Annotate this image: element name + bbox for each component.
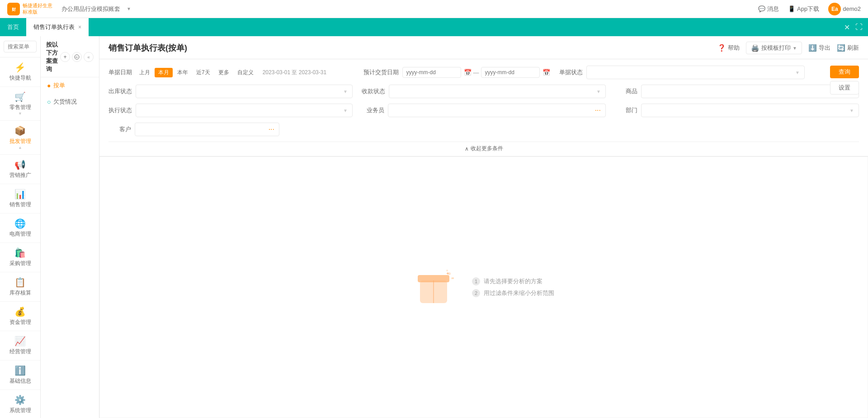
window-close-btn[interactable]: ✕ <box>844 23 850 32</box>
department-label: 部门 <box>615 106 637 114</box>
search-menu-input[interactable] <box>4 41 37 52</box>
sub-nav-item-shortage[interactable]: ○ 欠货情况 <box>41 94 99 110</box>
salesperson-dots[interactable]: ··· <box>595 106 601 114</box>
sidebar-label-purchase: 采购管理 <box>9 260 31 267</box>
sub-collapse-btn[interactable]: « <box>84 52 94 62</box>
sidebar-label-inventory: 库存核算 <box>9 289 31 297</box>
date-tab-this-month[interactable]: 本月 <box>155 68 173 77</box>
execution-label: 执行状态 <box>108 106 132 114</box>
forecast-end-date[interactable] <box>481 67 540 78</box>
quick-nav-icon: ⚡ <box>14 62 26 73</box>
ecommerce-icon: 🌐 <box>14 218 26 229</box>
customer-input[interactable]: ··· <box>135 123 279 136</box>
query-btn[interactable]: 查询 <box>830 66 859 78</box>
execution-control: ▼ <box>136 104 353 117</box>
sidebar-item-operations[interactable]: 📈 经营管理 <box>0 331 40 361</box>
wholesale-icon: 📦 <box>14 125 26 136</box>
settings-btn[interactable]: 设置 <box>830 81 859 95</box>
user-menu[interactable]: Ea demo2 <box>828 3 861 15</box>
delivery-select[interactable]: ▼ <box>136 85 353 98</box>
doc-status-control: ▼ <box>586 66 805 79</box>
message-btn[interactable]: 💬 消息 <box>758 5 779 13</box>
collection-select[interactable]: ▼ <box>389 85 606 98</box>
filter-row-1: 单据日期 上月 本月 本年 近7天 更多 自定义 2023-03-01 至 20… <box>108 66 859 79</box>
filter-row-4: 客户 ··· <box>108 123 859 136</box>
sidebar-label-basic-info: 基础信息 <box>9 377 31 385</box>
sidebar-item-basic-info[interactable]: ℹ️ 基础信息 <box>0 361 40 390</box>
inventory-icon: 📋 <box>14 277 26 288</box>
sidebar-item-inventory[interactable]: 📋 库存核算 <box>0 272 40 302</box>
collection-field: 收款状态 ▼ <box>362 85 606 98</box>
refresh-btn[interactable]: 🔄 刷新 <box>837 44 859 52</box>
main-sidebar: ⚡ 快捷导航 🛒 零售管理 ▼ 📦 批发管理 ▲ 📢 营销推广 📊 销售管理 🌐… <box>0 36 41 418</box>
page-title: 销售订单执行表(按单) <box>108 43 187 53</box>
operations-icon: 📈 <box>14 336 26 347</box>
search-menu-item[interactable] <box>0 36 40 57</box>
svg-text:✦: ✦ <box>446 271 449 276</box>
sub-add-btn[interactable]: + <box>60 52 70 62</box>
date-tab-custom[interactable]: 自定义 <box>234 68 257 77</box>
sidebar-label-sales: 销售管理 <box>9 201 31 209</box>
sidebar-label-system: 系统管理 <box>9 407 31 414</box>
tab-home[interactable]: 首页 <box>0 18 26 36</box>
tab-close-btn[interactable]: × <box>78 24 81 30</box>
forecast-start-date[interactable] <box>402 67 461 78</box>
print-btn[interactable]: 🖨️ 按模板打印 ▼ <box>746 42 802 54</box>
collection-control: ▼ <box>389 85 606 98</box>
sidebar-item-sales[interactable]: 📊 销售管理 <box>0 184 40 214</box>
tab-sales-execution[interactable]: 销售订单执行表 × <box>26 18 89 36</box>
print-dropdown-arrow: ▼ <box>793 46 797 51</box>
sidebar-item-quick-nav[interactable]: ⚡ 快捷导航 <box>0 57 40 87</box>
sub-sidebar-title: 按以下方案查询 <box>46 41 60 73</box>
wholesale-arrow-icon: ▲ <box>18 145 22 150</box>
sub-nav-item-by-order[interactable]: ● 按单 <box>41 77 99 94</box>
department-select[interactable]: ▼ <box>641 104 859 117</box>
salesperson-control: ··· <box>388 104 606 117</box>
date-tab-last-7-days[interactable]: 近7天 <box>193 68 214 77</box>
app-title-dropdown-arrow[interactable]: ▼ <box>127 6 131 11</box>
header-right: 💬 消息 📱 App下载 Ea demo2 <box>758 3 861 15</box>
top-header: 财 畅捷通好生意 标准版 办公用品行业模拟账套 ▼ 💬 消息 📱 App下载 E… <box>0 0 868 18</box>
date-tab-this-year[interactable]: 本年 <box>174 68 192 77</box>
main-layout: ⚡ 快捷导航 🛒 零售管理 ▼ 📦 批发管理 ▲ 📢 营销推广 📊 销售管理 🌐… <box>0 36 868 418</box>
customer-dots[interactable]: ··· <box>269 125 274 133</box>
forecast-start-cal-icon[interactable]: 📅 <box>464 69 472 76</box>
doc-status-label: 单据状态 <box>559 68 583 76</box>
sidebar-label-wholesale: 批发管理 <box>9 138 31 145</box>
forecast-end-cal-icon[interactable]: 📅 <box>542 69 550 76</box>
goods-input[interactable]: ··· <box>641 85 859 98</box>
avatar: Ea <box>828 3 841 15</box>
date-filter-group: 上月 本月 本年 近7天 更多 自定义 2023-03-01 至 2023-03… <box>136 68 354 77</box>
department-arrow: ▼ <box>849 108 854 113</box>
sidebar-label-operations: 经营管理 <box>9 348 31 356</box>
sidebar-item-retail[interactable]: 🛒 零售管理 ▼ <box>0 87 40 121</box>
window-expand-btn[interactable]: ⛶ <box>855 23 863 31</box>
salesperson-input[interactable]: ··· <box>388 104 606 117</box>
sidebar-item-system[interactable]: ⚙️ 系统管理 <box>0 390 40 418</box>
collapse-bar[interactable]: ∧ 收起更多条件 <box>108 142 859 156</box>
sidebar-label-marketing: 营销推广 <box>9 171 31 179</box>
sidebar-item-funds[interactable]: 💰 资金管理 <box>0 302 40 331</box>
doc-status-select[interactable]: ▼ <box>586 66 805 79</box>
logo-text: 畅捷通好生意 标准版 <box>23 3 52 14</box>
sub-sidebar: 按以下方案查询 + ✏ « ● 按单 ○ 欠货情况 <box>41 36 99 418</box>
export-btn[interactable]: ⬇️ 导出 <box>808 44 830 52</box>
date-tabs: 上月 本月 本年 近7天 更多 自定义 <box>136 68 257 77</box>
export-icon: ⬇️ <box>808 44 817 52</box>
execution-select[interactable]: ▼ <box>136 104 353 117</box>
forecast-date-inputs: 📅 — 📅 <box>402 67 550 78</box>
delivery-field: 出库状态 ▼ <box>108 85 353 98</box>
help-btn[interactable]: ❓ 帮助 <box>717 44 740 52</box>
tab-bar-actions: ✕ ⛶ <box>844 23 868 32</box>
sidebar-item-marketing[interactable]: 📢 营销推广 <box>0 155 40 184</box>
sub-edit-btn[interactable]: ✏ <box>72 52 82 62</box>
execution-arrow: ▼ <box>343 108 348 113</box>
sidebar-item-ecommerce[interactable]: 🌐 电商管理 <box>0 214 40 243</box>
sidebar-item-wholesale[interactable]: 📦 批发管理 ▲ <box>0 121 40 155</box>
app-download-btn[interactable]: 📱 App下载 <box>788 5 819 13</box>
download-icon: 📱 <box>788 5 795 12</box>
date-tab-last-month[interactable]: 上月 <box>136 68 154 77</box>
date-tab-more[interactable]: 更多 <box>215 68 233 77</box>
shortage-icon: ○ <box>47 98 51 105</box>
sidebar-item-purchase[interactable]: 🛍️ 采购管理 <box>0 243 40 272</box>
